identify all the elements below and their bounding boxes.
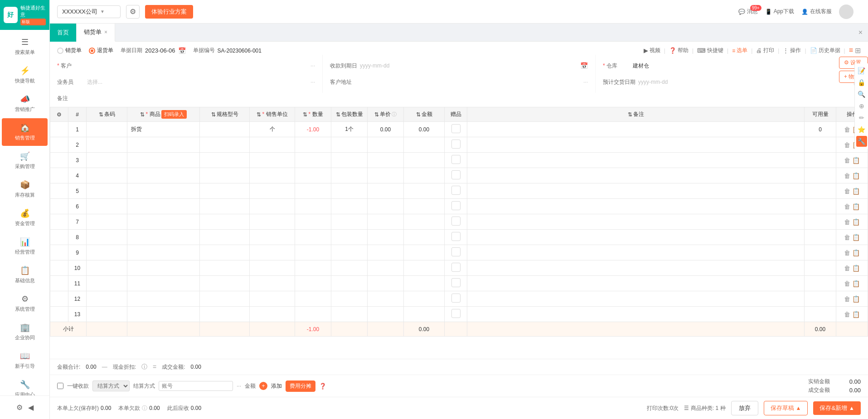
right-panel-tool[interactable]: 🔧 xyxy=(856,136,867,147)
cell-price-9[interactable] xyxy=(368,260,404,276)
cell-barcode-9[interactable] xyxy=(87,260,127,276)
cell-unit-4[interactable] xyxy=(250,183,295,199)
cell-qty-4[interactable] xyxy=(295,183,331,199)
cell-product-9[interactable] xyxy=(127,260,200,276)
customer-dots[interactable]: ··· xyxy=(310,63,315,69)
cell-price-7[interactable] xyxy=(368,230,404,245)
warehouse-value[interactable]: 建材仓 xyxy=(633,62,852,70)
cell-price-10[interactable] xyxy=(368,276,404,291)
salesperson-value[interactable]: 选择... xyxy=(87,78,306,86)
discount-help-icon[interactable]: ⓘ xyxy=(141,363,147,371)
one-click-payment-checkbox[interactable] xyxy=(57,383,63,389)
right-panel-search[interactable]: 🔍 xyxy=(856,89,867,100)
cell-pkgqty-11[interactable] xyxy=(331,291,368,307)
cell-barcode-4[interactable] xyxy=(87,183,127,199)
radio-return-order[interactable]: 退货单 xyxy=(89,47,113,54)
cell-settings-6[interactable] xyxy=(50,214,68,230)
cell-gift-9[interactable] xyxy=(445,260,467,276)
cell-amount-1[interactable] xyxy=(404,137,445,153)
app-download-btn[interactable]: 📱 App下载 xyxy=(765,8,794,15)
abandon-button[interactable]: 放弃 xyxy=(731,401,758,415)
cell-gift-8[interactable] xyxy=(445,245,467,260)
cell-qty-7[interactable] xyxy=(295,230,331,245)
sidebar-item-search[interactable]: ☰ 搜索菜单 xyxy=(2,33,48,60)
cell-settings-4[interactable] xyxy=(50,183,68,199)
trial-button[interactable]: 体验行业方案 xyxy=(145,5,193,19)
cell-product-3[interactable] xyxy=(127,168,200,183)
cell-barcode-0[interactable] xyxy=(87,122,127,137)
cell-product-11[interactable] xyxy=(127,291,200,307)
cell-product-1[interactable] xyxy=(127,137,200,153)
cell-remark-7[interactable] xyxy=(467,230,805,245)
cell-product-10[interactable] xyxy=(127,276,200,291)
cell-settings-11[interactable] xyxy=(50,291,68,307)
save-draft-button[interactable]: 保存草稿 ▲ xyxy=(764,401,808,415)
date-calendar-icon[interactable]: 📅 xyxy=(178,47,186,54)
cell-product-0[interactable]: 拆货 xyxy=(127,122,200,137)
sidebar-item-marketing[interactable]: 📣 营销推广 xyxy=(2,90,48,117)
cell-spec-9[interactable] xyxy=(200,260,250,276)
account-input[interactable] xyxy=(159,381,233,391)
cell-spec-12[interactable] xyxy=(200,307,250,322)
cell-price-1[interactable] xyxy=(368,137,404,153)
message-btn[interactable]: 💬 消息 99+ xyxy=(738,8,758,15)
action-print[interactable]: 🖨 打印 xyxy=(756,47,774,54)
cell-unit-3[interactable] xyxy=(250,168,295,183)
gift-checkbox-6[interactable] xyxy=(451,217,461,226)
sidebar-item-basic-info[interactable]: 📋 基础信息 xyxy=(2,261,48,289)
cell-pkgqty-6[interactable] xyxy=(331,214,368,230)
cell-unit-7[interactable] xyxy=(250,230,295,245)
cell-qty-5[interactable] xyxy=(295,199,331,214)
delete-icon-7[interactable]: 🗑 xyxy=(844,234,850,241)
expense-split-btn[interactable]: 费用分摊 xyxy=(286,380,315,392)
cell-qty-10[interactable] xyxy=(295,276,331,291)
cell-settings-5[interactable] xyxy=(50,199,68,214)
delete-icon-12[interactable]: 🗑 xyxy=(844,311,850,318)
cell-price-8[interactable] xyxy=(368,245,404,260)
cell-amount-4[interactable] xyxy=(404,183,445,199)
cell-pkgqty-1[interactable] xyxy=(331,137,368,153)
cell-remark-5[interactable] xyxy=(467,199,805,214)
cell-barcode-5[interactable] xyxy=(87,199,127,214)
cell-remark-12[interactable] xyxy=(467,307,805,322)
tab-home[interactable]: 首页 xyxy=(50,24,77,42)
view-list-icon[interactable]: ≡ xyxy=(849,46,853,55)
cell-amount-5[interactable] xyxy=(404,199,445,214)
cell-unit-11[interactable] xyxy=(250,291,295,307)
cell-unit-6[interactable] xyxy=(250,214,295,230)
action-video[interactable]: ▶ 视频 xyxy=(644,47,660,54)
cell-unit-12[interactable] xyxy=(250,307,295,322)
cell-gift-1[interactable] xyxy=(445,137,467,153)
delete-icon-2[interactable]: 🗑 xyxy=(844,157,850,164)
gift-checkbox-7[interactable] xyxy=(451,232,461,241)
right-panel-lock[interactable]: 🔒 xyxy=(856,77,867,88)
cell-barcode-2[interactable] xyxy=(87,153,127,168)
cell-qty-11[interactable] xyxy=(295,291,331,307)
sidebar-item-purchase[interactable]: 🛒 采购管理 xyxy=(2,147,48,174)
cell-price-3[interactable] xyxy=(368,168,404,183)
cell-amount-0[interactable]: 0.00 xyxy=(404,122,445,137)
delete-icon-6[interactable]: 🗑 xyxy=(844,218,850,226)
gift-checkbox-5[interactable] xyxy=(451,201,461,210)
cell-gift-7[interactable] xyxy=(445,230,467,245)
cell-spec-1[interactable] xyxy=(200,137,250,153)
cell-spec-6[interactable] xyxy=(200,214,250,230)
copy-icon-4[interactable]: 📋 xyxy=(852,188,860,195)
cell-barcode-11[interactable] xyxy=(87,291,127,307)
cell-qty-9[interactable] xyxy=(295,260,331,276)
cell-qty-6[interactable] xyxy=(295,214,331,230)
cell-remark-11[interactable] xyxy=(467,291,805,307)
right-panel-edit[interactable]: 📝 xyxy=(856,65,867,76)
add-payment-btn[interactable]: + xyxy=(259,382,267,390)
gift-checkbox-11[interactable] xyxy=(451,294,461,303)
delete-icon-4[interactable]: 🗑 xyxy=(844,188,850,195)
cell-price-0[interactable]: 0.00 xyxy=(368,122,404,137)
cell-spec-4[interactable] xyxy=(200,183,250,199)
cell-gift-11[interactable] xyxy=(445,291,467,307)
cell-amount-8[interactable] xyxy=(404,245,445,260)
cell-amount-6[interactable] xyxy=(404,214,445,230)
cell-amount-10[interactable] xyxy=(404,276,445,291)
sidebar-collapse-btn[interactable]: ◀ xyxy=(26,400,35,415)
cell-barcode-3[interactable] xyxy=(87,168,127,183)
cell-amount-11[interactable] xyxy=(404,291,445,307)
